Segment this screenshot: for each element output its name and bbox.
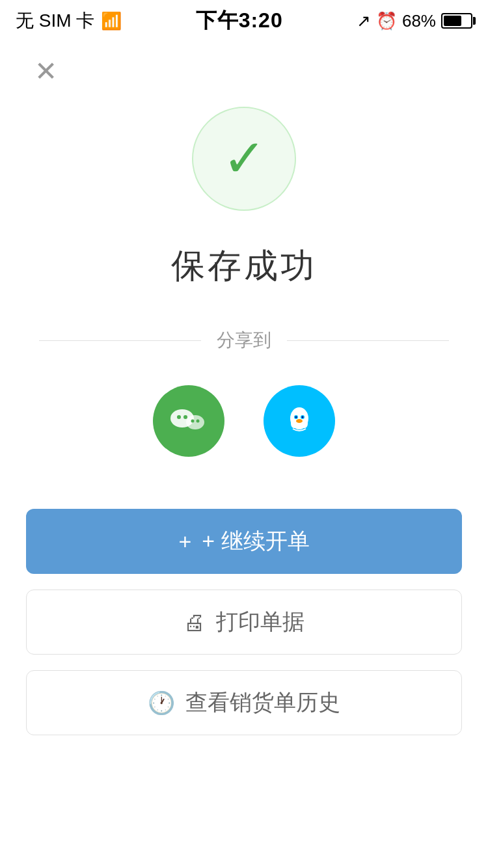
svg-point-3	[183, 415, 187, 419]
print-button[interactable]: 🖨 打印单据	[26, 590, 462, 655]
success-title: 保存成功	[171, 243, 317, 289]
close-icon: ✕	[34, 58, 57, 85]
continue-button[interactable]: + + 继续开单	[26, 509, 462, 574]
divider-right	[287, 340, 449, 341]
plus-icon: +	[178, 529, 191, 554]
qq-icon	[278, 400, 320, 442]
svg-point-5	[197, 420, 200, 423]
battery-text: 68%	[402, 11, 436, 31]
wechat-icon	[168, 400, 210, 442]
svg-point-4	[191, 420, 195, 423]
share-icons	[153, 385, 335, 457]
wechat-share-button[interactable]	[153, 385, 224, 457]
svg-point-1	[186, 415, 204, 429]
alarm-icon: ⏰	[376, 11, 397, 31]
status-right: ↗ ⏰ 68%	[357, 11, 472, 31]
svg-point-11	[295, 416, 297, 418]
status-bar: 无 SIM 卡 📶 下午3:20 ↗ ⏰ 68%	[0, 0, 488, 42]
print-label: 打印单据	[216, 607, 305, 637]
main-content: ✓ 保存成功 分享到	[0, 42, 488, 735]
status-time: 下午3:20	[196, 7, 283, 35]
checkmark-icon: ✓	[223, 133, 266, 185]
share-divider: 分享到	[0, 328, 488, 353]
continue-label: + 继续开单	[202, 526, 309, 556]
share-label: 分享到	[201, 328, 287, 353]
history-label: 查看销货单历史	[185, 688, 340, 718]
location-icon: ↗	[357, 11, 371, 31]
clock-icon: 🕐	[148, 690, 175, 716]
sim-status: 无 SIM 卡	[16, 8, 94, 33]
qq-share-button[interactable]	[264, 385, 335, 457]
success-circle: ✓	[192, 107, 296, 211]
history-button[interactable]: 🕐 查看销货单历史	[26, 670, 462, 735]
battery-icon	[441, 13, 472, 29]
printer-icon: 🖨	[183, 610, 206, 635]
svg-point-13	[296, 419, 303, 423]
svg-point-2	[177, 415, 181, 419]
buttons-container: + + 继续开单 🖨 打印单据 🕐 查看销货单历史	[0, 509, 488, 735]
divider-left	[39, 340, 201, 341]
wifi-icon: 📶	[101, 11, 122, 31]
svg-point-12	[302, 416, 304, 418]
status-left: 无 SIM 卡 📶	[16, 8, 122, 33]
close-button[interactable]: ✕	[26, 52, 65, 91]
